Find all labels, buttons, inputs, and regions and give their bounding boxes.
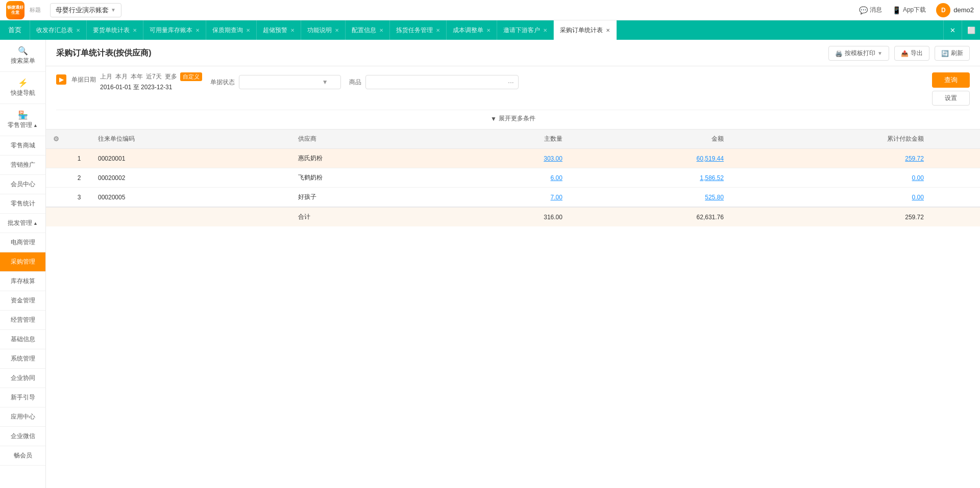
row-index: 1 bbox=[66, 149, 92, 168]
data-table: ⚙ 往来单位编码 供应商 主数量 金额 累计付款金额 bbox=[46, 130, 980, 226]
chevron-icon: ▲ bbox=[33, 221, 38, 226]
sidebar-item-appcenter[interactable]: 应用中心 bbox=[0, 407, 45, 427]
sidebar-item-marketing[interactable]: 营销推广 bbox=[0, 156, 45, 175]
query-button[interactable]: 查询 bbox=[932, 72, 970, 88]
tab-peizhi[interactable]: 配置信息 ✕ bbox=[346, 20, 390, 40]
app-download-btn[interactable]: 📱 App下载 bbox=[892, 6, 926, 14]
close-icon[interactable]: ✕ bbox=[195, 28, 200, 33]
paid-amount-cell[interactable]: 0.00 bbox=[730, 168, 930, 188]
expand-more-btn[interactable]: ▼ 展开更多条件 bbox=[491, 114, 535, 123]
close-icon[interactable]: ✕ bbox=[436, 28, 440, 33]
message-btn[interactable]: 💬 消息 bbox=[859, 6, 882, 14]
sidebar-item-newguide[interactable]: 新手引导 bbox=[0, 388, 45, 407]
tab-baozhi[interactable]: 保质期查询 ✕ bbox=[206, 20, 257, 40]
amount-cell[interactable]: 1,586.52 bbox=[569, 168, 730, 188]
tab-close-all-btn[interactable]: ✕ bbox=[943, 20, 962, 40]
more-icon[interactable]: ··· bbox=[508, 78, 514, 86]
table-row[interactable]: 2 00020002 飞鹤奶粉 6.00 1,586.52 0.00 bbox=[46, 168, 980, 188]
goods-label: 商品 bbox=[349, 78, 361, 87]
quantity-cell[interactable]: 7.00 bbox=[442, 188, 569, 208]
date-shortcut-last-month[interactable]: 上月 bbox=[100, 72, 112, 81]
sidebar-item-member[interactable]: 会员中心 bbox=[0, 175, 45, 194]
supplier-code: 00020002 bbox=[92, 168, 292, 188]
close-icon[interactable]: ✕ bbox=[290, 28, 295, 33]
custom-date-tag: 自定义 bbox=[180, 72, 202, 81]
tab-yaoqing[interactable]: 邀请下游客户 ✕ bbox=[497, 20, 554, 40]
col-settings[interactable]: ⚙ bbox=[46, 130, 66, 149]
close-icon[interactable]: ✕ bbox=[133, 28, 137, 33]
sidebar-item-wechat[interactable]: 企业微信 bbox=[0, 427, 45, 446]
status-select[interactable]: ▼ bbox=[239, 75, 341, 89]
sidebar-item-purchase[interactable]: 采购管理 bbox=[0, 252, 45, 272]
tab-gongneng[interactable]: 功能说明 ✕ bbox=[301, 20, 346, 40]
export-icon: 📤 bbox=[901, 50, 909, 57]
refresh-btn[interactable]: 🔄 刷新 bbox=[935, 46, 970, 61]
tab-maximize-btn[interactable]: ⬜ bbox=[962, 20, 980, 40]
tab-caigou-active[interactable]: 采购订单统计表 ✕ bbox=[554, 20, 617, 40]
home-label: 首页 bbox=[8, 25, 21, 35]
table-footer-row: 合计 316.00 62,631.76 259.72 bbox=[46, 207, 980, 226]
tab-chaoyujing[interactable]: 超储预警 ✕ bbox=[257, 20, 301, 40]
paid-amount-cell[interactable]: 0.00 bbox=[730, 188, 930, 208]
sidebar-item-operations[interactable]: 经营管理 bbox=[0, 311, 45, 330]
quantity-cell[interactable]: 303.00 bbox=[442, 149, 569, 168]
quantity-cell[interactable]: 6.00 bbox=[442, 168, 569, 188]
select-arrow-icon: ▼ bbox=[322, 79, 328, 86]
username-label: demo2 bbox=[953, 6, 974, 14]
col-supplier-code: 往来单位编码 bbox=[92, 130, 292, 149]
nav-home-tab[interactable]: 首页 bbox=[0, 20, 30, 40]
tab-jianhuo[interactable]: 拣货任务管理 ✕ bbox=[390, 20, 447, 40]
tab-shoufa[interactable]: 收发存汇总表 ✕ bbox=[30, 20, 87, 40]
workspace-selector[interactable]: 母婴行业演示账套 ▼ bbox=[50, 3, 121, 17]
goods-input[interactable]: ··· bbox=[365, 75, 519, 89]
refresh-icon: 🔄 bbox=[941, 50, 949, 57]
print-btn[interactable]: 🖨️ 按模板打印 ▼ bbox=[828, 46, 889, 61]
col-paid-amount: 累计付款金额 bbox=[730, 130, 930, 149]
sidebar-item-member2[interactable]: 畅会员 bbox=[0, 446, 45, 466]
close-icon[interactable]: ✕ bbox=[486, 28, 491, 33]
table-row[interactable]: 1 00020001 惠氏奶粉 303.00 60,519.44 259.72 bbox=[46, 149, 980, 168]
export-btn[interactable]: 📤 导出 bbox=[894, 46, 929, 61]
sidebar-item-inventory[interactable]: 库存核算 bbox=[0, 272, 45, 291]
sidebar-item-finance[interactable]: 资金管理 bbox=[0, 291, 45, 311]
sidebar-item-quicknav[interactable]: ⚡ 快捷导航 bbox=[0, 72, 45, 104]
sidebar-item-retail-shop[interactable]: 零售商城 bbox=[0, 136, 45, 156]
amount-cell[interactable]: 525.80 bbox=[569, 188, 730, 208]
tab-chengben[interactable]: 成本调整单 ✕ bbox=[447, 20, 497, 40]
total-amount: 62,631.76 bbox=[569, 207, 730, 226]
close-icon[interactable]: ✕ bbox=[543, 28, 547, 33]
close-icon[interactable]: ✕ bbox=[379, 28, 383, 33]
filter-toggle-btn[interactable]: ▶ bbox=[56, 74, 66, 85]
col-extra bbox=[930, 130, 980, 149]
sidebar-item-retail-mgmt[interactable]: 🏪 零售管理 ▲ bbox=[0, 104, 45, 136]
sidebar-item-search[interactable]: 🔍 搜索菜单 bbox=[0, 40, 45, 72]
sidebar-item-enterprise[interactable]: 企业协同 bbox=[0, 369, 45, 388]
status-label: 单据状态 bbox=[210, 78, 235, 87]
sidebar-item-wholesale[interactable]: 批发管理 ▲ bbox=[0, 214, 45, 233]
column-settings-icon[interactable]: ⚙ bbox=[53, 135, 59, 143]
tab-keyongliang[interactable]: 可用量库存账本 ✕ bbox=[143, 20, 206, 40]
date-shortcut-7days[interactable]: 近7天 bbox=[146, 72, 162, 81]
print-icon: 🖨️ bbox=[835, 50, 843, 57]
page-title: 采购订单统计表(按供应商) bbox=[56, 48, 152, 59]
date-shortcut-this-month[interactable]: 本月 bbox=[115, 72, 128, 81]
table-row[interactable]: 3 00020005 好孩子 7.00 525.80 0.00 bbox=[46, 188, 980, 208]
sidebar-item-basics[interactable]: 基础信息 bbox=[0, 330, 45, 349]
download-icon: 📱 bbox=[892, 6, 901, 14]
amount-cell[interactable]: 60,519.44 bbox=[569, 149, 730, 168]
close-icon[interactable]: ✕ bbox=[606, 28, 610, 33]
sidebar-item-system[interactable]: 系统管理 bbox=[0, 349, 45, 369]
user-avatar[interactable]: D demo2 bbox=[936, 3, 974, 17]
date-shortcut-more[interactable]: 更多 bbox=[165, 72, 177, 81]
close-icon[interactable]: ✕ bbox=[246, 28, 250, 33]
tab-yaohuo[interactable]: 要货单统计表 ✕ bbox=[87, 20, 143, 40]
close-icon[interactable]: ✕ bbox=[76, 28, 80, 33]
col-amount: 金额 bbox=[569, 130, 730, 149]
paid-amount-cell[interactable]: 259.72 bbox=[730, 149, 930, 168]
settings-button[interactable]: 设置 bbox=[932, 91, 970, 106]
sidebar-item-ecommerce[interactable]: 电商管理 bbox=[0, 233, 45, 252]
sidebar-item-retail-stats[interactable]: 零售统计 bbox=[0, 194, 45, 214]
supplier-code: 00020001 bbox=[92, 149, 292, 168]
date-shortcut-this-year[interactable]: 本年 bbox=[131, 72, 143, 81]
close-icon[interactable]: ✕ bbox=[335, 28, 339, 33]
